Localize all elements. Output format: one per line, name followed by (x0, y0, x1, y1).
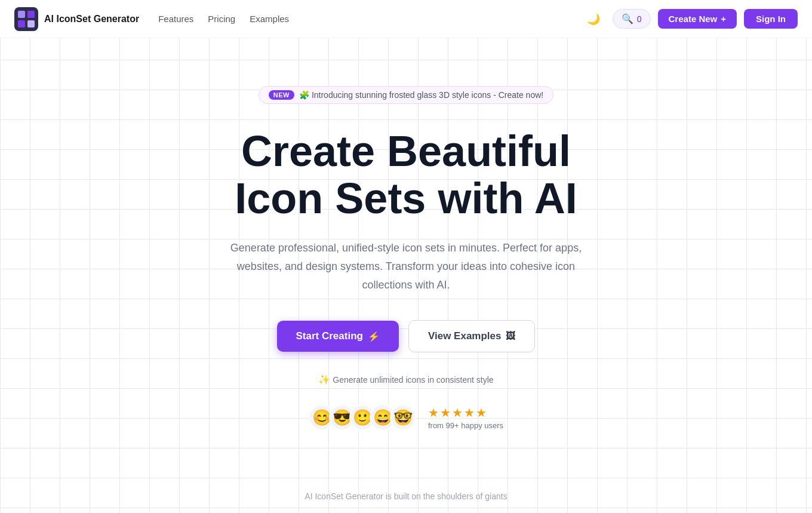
nav-links: Features Pricing Examples (158, 11, 289, 26)
social-proof: 😊 😎 🙂 😄 🤓 ★ ★ ★ ★ ★ from 99+ happy users (309, 404, 503, 431)
view-examples-button[interactable]: View Examples 🖼 (408, 320, 536, 352)
logo-icon (14, 7, 38, 31)
star-4: ★ (464, 406, 475, 420)
hero-title-line1: Create Beautiful (241, 127, 571, 175)
svg-rect-2 (18, 20, 25, 27)
hero-title: Create Beautiful Icon Sets with AI (235, 128, 577, 222)
nav-features[interactable]: Features (158, 11, 193, 26)
signin-button[interactable]: Sign In (744, 9, 798, 29)
sparkle-emoji: ✨ (318, 374, 330, 385)
start-creating-button[interactable]: Start Creating ⚡ (277, 321, 399, 352)
avatars: 😊 😎 🙂 😄 🤓 (309, 404, 416, 431)
logo[interactable]: AI IconSet Generator (14, 7, 139, 31)
logo-text: AI IconSet Generator (44, 14, 139, 24)
new-badge-text: 🧩 Introducing stunning frosted glass 3D … (299, 90, 543, 100)
credits-icon: 🔍 (622, 13, 633, 24)
svg-rect-3 (27, 20, 35, 27)
nav-examples[interactable]: Examples (250, 11, 289, 26)
credits-count: 0 (637, 14, 642, 24)
new-badge-container[interactable]: New 🧩 Introducing stunning frosted glass… (259, 86, 553, 104)
star-5: ★ (476, 406, 487, 420)
svg-rect-1 (27, 11, 35, 18)
create-new-button[interactable]: Create New + (658, 9, 737, 29)
view-examples-label: View Examples (428, 330, 502, 342)
hero-section: New 🧩 Introducing stunning frosted glass… (0, 38, 812, 466)
svg-rect-0 (18, 11, 25, 18)
gallery-icon: 🖼 (506, 331, 515, 342)
new-badge: New (269, 90, 294, 100)
cta-buttons: Start Creating ⚡ View Examples 🖼 (277, 320, 536, 352)
star-3: ★ (452, 406, 463, 420)
rating-text: from 99+ happy users (428, 421, 503, 430)
navbar-right: 🌙 🔍 0 Create New + Sign In (582, 7, 798, 31)
dark-mode-button[interactable]: 🌙 (582, 7, 605, 31)
start-creating-label: Start Creating (296, 330, 363, 342)
credits-button[interactable]: 🔍 0 (613, 9, 651, 29)
plus-icon: + (721, 14, 726, 24)
hero-description: Generate professional, unified-style ico… (221, 239, 591, 294)
stars: ★ ★ ★ ★ ★ (428, 406, 503, 420)
sparkle-text: ✨ Generate unlimited icons in consistent… (318, 374, 493, 385)
nav-pricing[interactable]: Pricing (208, 11, 235, 26)
moon-icon: 🌙 (587, 13, 600, 26)
lightning-icon: ⚡ (368, 331, 380, 342)
hero-title-line2: Icon Sets with AI (235, 174, 577, 222)
create-new-label: Create New (669, 14, 718, 24)
navbar: AI IconSet Generator Features Pricing Ex… (0, 0, 812, 38)
navbar-left: AI IconSet Generator Features Pricing Ex… (14, 7, 289, 31)
star-2: ★ (440, 406, 451, 420)
rating-area: ★ ★ ★ ★ ★ from 99+ happy users (428, 406, 503, 430)
sparkle-description: Generate unlimited icons in consistent s… (333, 375, 493, 385)
badge-description: Introducing stunning frosted glass 3D st… (312, 90, 543, 100)
star-1: ★ (428, 406, 439, 420)
main-content: New 🧩 Introducing stunning frosted glass… (0, 0, 812, 513)
avatar-5: 🤓 (390, 404, 416, 431)
badge-icon: 🧩 (299, 90, 309, 100)
footer-text: AI IconSet Generator is built on the sho… (304, 492, 507, 501)
